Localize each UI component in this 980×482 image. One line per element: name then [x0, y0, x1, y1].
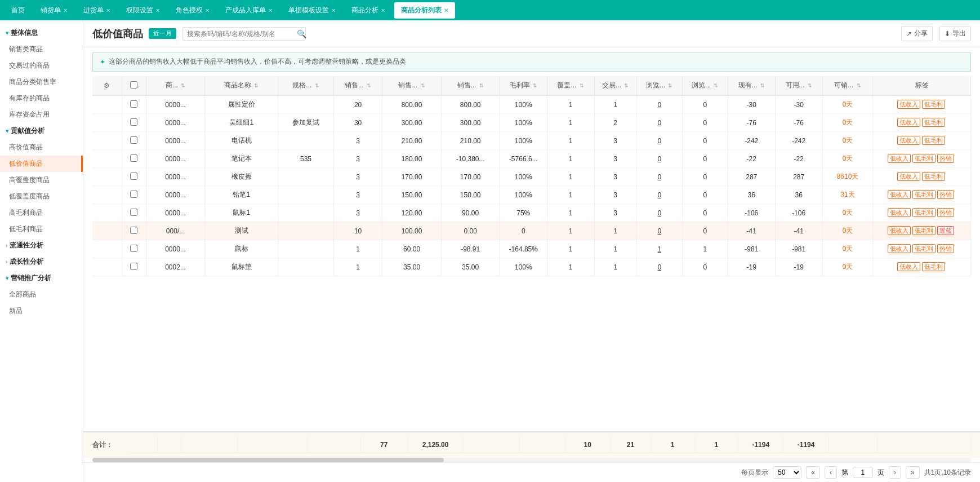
sidebar-item-low-margin[interactable]: 低毛利商品: [0, 221, 83, 237]
cell-checkbox[interactable]: [122, 95, 146, 114]
cell-view1[interactable]: 0: [636, 186, 682, 204]
search-input[interactable]: [182, 27, 306, 41]
col-tags[interactable]: 标签: [873, 76, 971, 95]
page-input[interactable]: [853, 467, 873, 478]
row-checkbox-7[interactable]: [130, 227, 137, 234]
share-button[interactable]: ↗ 分享: [901, 26, 933, 41]
sidebar-item-category-rate[interactable]: 商品分类销售率: [0, 74, 83, 90]
cell-tags: 低收入低毛利热销: [873, 150, 971, 168]
sidebar-item-high-margin[interactable]: 高毛利商品: [0, 205, 83, 221]
cell-view1[interactable]: 0: [636, 222, 682, 240]
row-checkbox-1[interactable]: [130, 118, 137, 126]
cell-checkbox[interactable]: [122, 204, 146, 222]
select-all-checkbox[interactable]: [130, 81, 137, 89]
cell-checkbox[interactable]: [122, 132, 146, 150]
cell-checkbox[interactable]: [122, 114, 146, 132]
nav-template[interactable]: 单据模板设置 ✕: [282, 2, 342, 19]
cell-view1[interactable]: 0: [636, 168, 682, 186]
first-page-btn[interactable]: «: [806, 466, 820, 479]
last-page-btn[interactable]: »: [906, 466, 920, 479]
page-size-select[interactable]: 50 100 200: [773, 466, 801, 479]
row-checkbox-4[interactable]: [130, 173, 137, 180]
cell-checkbox[interactable]: [122, 186, 146, 204]
sidebar-group-overall[interactable]: ▾ 整体信息: [0, 25, 83, 41]
sidebar-item-new-goods[interactable]: 新品: [0, 303, 83, 319]
cell-checkbox[interactable]: [122, 222, 146, 240]
cell-view1[interactable]: 0: [636, 258, 682, 276]
col-code[interactable]: 商... ⇅: [146, 76, 204, 95]
sidebar-item-high-value[interactable]: 高价值商品: [0, 139, 83, 156]
table-row: 0000... 铅笔1 3 150.00 150.00 100% 1 3 0 0…: [92, 186, 971, 204]
col-sale-price[interactable]: 销售... ⇅: [382, 76, 441, 95]
row-checkbox-5[interactable]: [130, 191, 137, 198]
nav-goods-analysis[interactable]: 商品分析 ✕: [345, 2, 392, 19]
next-page-btn[interactable]: ›: [889, 466, 901, 479]
cell-checkbox[interactable]: [122, 258, 146, 276]
nav-goods-analysis-close[interactable]: ✕: [381, 7, 385, 14]
sidebar-item-all-goods[interactable]: 全部商品: [0, 286, 83, 303]
cell-checkbox[interactable]: [122, 150, 146, 168]
cell-view1[interactable]: 1: [636, 240, 682, 258]
col-gross-rate[interactable]: 毛利率 ⇅: [500, 76, 547, 95]
col-view2[interactable]: 浏览... ⇅: [682, 76, 728, 95]
nav-permissions[interactable]: 权限设置 ✕: [119, 2, 167, 19]
cell-view1[interactable]: 0: [636, 132, 682, 150]
col-name[interactable]: 商品名称 ⇅: [205, 76, 278, 95]
col-spec[interactable]: 规格... ⇅: [278, 76, 333, 95]
row-checkbox-9[interactable]: [130, 263, 137, 270]
nav-purchase-close[interactable]: ✕: [106, 7, 110, 14]
col-view1[interactable]: 浏览... ⇅: [636, 76, 682, 95]
sidebar-item-low-coverage[interactable]: 低覆盖度商品: [0, 188, 83, 205]
nav-purchase[interactable]: 进货单 ✕: [77, 2, 117, 19]
nav-template-close[interactable]: ✕: [331, 7, 336, 14]
nav-permissions-close[interactable]: ✕: [155, 7, 160, 14]
nav-home[interactable]: 首页: [5, 2, 32, 19]
row-checkbox-8[interactable]: [130, 245, 137, 252]
sidebar-item-low-value[interactable]: 低价值商品: [0, 156, 83, 172]
sidebar-item-stock-goods[interactable]: 有库存的商品: [0, 90, 83, 107]
sidebar-item-traded-goods[interactable]: 交易过的商品: [0, 58, 83, 74]
cell-checkbox[interactable]: [122, 240, 146, 258]
sidebar-item-stock-capital[interactable]: 库存资金占用: [0, 107, 83, 123]
col-current[interactable]: 现有... ⇅: [728, 76, 775, 95]
sidebar-item-sales-goods[interactable]: 销售类商品: [0, 41, 83, 58]
col-coverage[interactable]: 覆盖... ⇅: [547, 76, 594, 95]
sidebar-group-growth[interactable]: › 成长性分析: [0, 254, 83, 270]
sidebar-item-high-coverage[interactable]: 高覆盖度商品: [0, 172, 83, 188]
col-available[interactable]: 可用... ⇅: [775, 76, 822, 95]
col-sale-qty[interactable]: 销售... ⇅: [333, 76, 382, 95]
table-container[interactable]: ⚙ 商... ⇅ 商品名称 ⇅ 规格... ⇅ 销售... ⇅ 销售... ⇅ …: [83, 76, 980, 431]
col-sale-total[interactable]: 销售... ⇅: [441, 76, 500, 95]
nav-role-auth[interactable]: 角色授权 ✕: [169, 2, 216, 19]
col-trade[interactable]: 交易... ⇅: [594, 76, 636, 95]
col-checkbox[interactable]: [122, 76, 146, 95]
search-icon[interactable]: 🔍: [297, 29, 306, 38]
row-checkbox-3[interactable]: [130, 154, 137, 162]
date-badge[interactable]: 近一月: [149, 28, 176, 39]
nav-role-auth-close[interactable]: ✕: [205, 7, 210, 14]
nav-sales-close[interactable]: ✕: [63, 7, 68, 14]
nav-goods-analysis-list[interactable]: 商品分析列表 ✕: [394, 2, 455, 19]
cell-view1[interactable]: 0: [636, 114, 682, 132]
row-checkbox-6[interactable]: [130, 209, 137, 216]
sidebar-group-contribution[interactable]: ▾ 贡献值分析: [0, 123, 83, 139]
cell-sale-total: 90.00: [441, 204, 500, 222]
cell-checkbox[interactable]: [122, 168, 146, 186]
sidebar-group-marketing[interactable]: ▾ 营销推广分析: [0, 270, 83, 286]
sidebar-group-liquidity[interactable]: › 流通性分析: [0, 237, 83, 254]
nav-goods-analysis-list-close[interactable]: ✕: [444, 7, 448, 14]
cell-view1[interactable]: 0: [636, 95, 682, 114]
cell-spec: 535: [278, 150, 333, 168]
prev-page-btn[interactable]: ‹: [825, 466, 837, 479]
nav-product-entry[interactable]: 产成品入库单 ✕: [219, 2, 279, 19]
cell-view2: 0: [682, 95, 728, 114]
nav-product-entry-close[interactable]: ✕: [268, 7, 273, 14]
nav-sales[interactable]: 销货单 ✕: [34, 2, 74, 19]
row-checkbox-2[interactable]: [130, 136, 137, 144]
col-settings[interactable]: ⚙: [92, 76, 122, 95]
cell-view1[interactable]: 0: [636, 150, 682, 168]
col-sellable[interactable]: 可销... ⇅: [822, 76, 873, 95]
export-button[interactable]: ⬇ 导出: [939, 26, 971, 41]
cell-view1[interactable]: 0: [636, 204, 682, 222]
row-checkbox-0[interactable]: [130, 100, 137, 108]
